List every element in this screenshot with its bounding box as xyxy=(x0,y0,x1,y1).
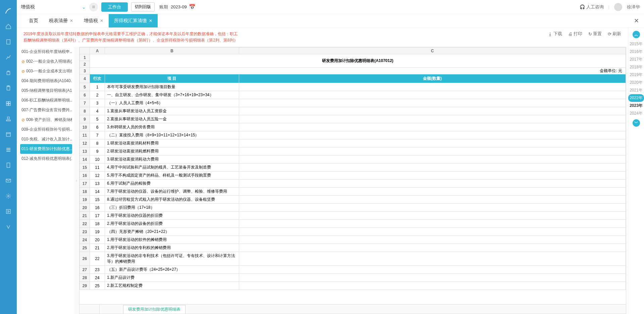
tax-icon[interactable] xyxy=(3,145,13,155)
svg-rect-4 xyxy=(9,102,10,103)
calendar-picker-icon[interactable]: 📅 xyxy=(189,4,196,10)
table-row: 28241.新产品设计费 xyxy=(80,274,626,282)
period-value[interactable]: 2023-09 xyxy=(171,4,187,9)
top-header: 增值税 ⌄ ≡ 工作台 切到旧版 账期 2023-09 📅 🎧 人工咨询 | 徐… xyxy=(17,0,644,14)
tree-item-8[interactable]: 009-企业所得税弥补亏损明... xyxy=(20,125,72,134)
tree-item-11[interactable]: 012-减免所得税优惠明细表(... xyxy=(20,154,72,164)
tree-item-7[interactable]: ⊘008-资产折旧、摊销及纳税... xyxy=(20,115,72,125)
sheet-title: 研发费用加计扣除优惠明细表(A107012) xyxy=(90,54,626,68)
workspace-button[interactable]: 工作台 xyxy=(101,2,128,12)
year-item[interactable]: 2022年 xyxy=(628,94,644,102)
table-row: 2319（四）无形资产摊销（20+21+22） xyxy=(80,228,626,236)
year-item[interactable]: 2016年 xyxy=(628,48,644,56)
table-row: 117（二）直接投入费用（8+9+10+11+12+13+14+15） xyxy=(80,131,626,139)
scroll-down-icon[interactable]: ︾ xyxy=(633,119,640,127)
tab-3[interactable]: 所得税汇算清缴✕ xyxy=(109,14,158,27)
col-header[interactable]: B xyxy=(105,48,239,54)
warning-icon: ⊘ xyxy=(21,59,25,64)
mail-icon[interactable] xyxy=(3,176,13,186)
table-row: 16125.用于不构成固定资产的样品、样机及一般测试手段购置费 xyxy=(80,172,626,180)
tab-2[interactable]: 增值税✕ xyxy=(78,14,109,27)
scroll-up-icon[interactable]: ︽ xyxy=(633,31,640,38)
chart-icon[interactable] xyxy=(3,52,13,62)
v-icon[interactable] xyxy=(3,222,13,232)
notice-text: 2019年度涉及取以前年度结转数据的申报表单元格需要手工维护正确，才能保证本年及… xyxy=(23,31,241,44)
year-item[interactable]: 2018年 xyxy=(628,63,644,71)
play-icon[interactable] xyxy=(3,206,13,216)
collapse-handle[interactable]: ‹ xyxy=(74,47,79,314)
tabs-bar: 首页税表清册✕增值税✕所得税汇算清缴✕ ✕ xyxy=(17,14,644,27)
calendar-icon[interactable] xyxy=(3,129,13,139)
avatar[interactable] xyxy=(614,3,622,11)
old-version-button[interactable]: 切到旧版 xyxy=(131,2,155,11)
table-row: 19158.通过经营租赁方式租入的用于研发活动的仪器、设备租赁费 xyxy=(80,196,626,204)
print-button[interactable]: 🖨 打印 xyxy=(568,31,582,37)
svg-rect-7 xyxy=(6,133,10,136)
svg-rect-3 xyxy=(6,102,8,103)
home-icon[interactable] xyxy=(3,21,13,32)
close-icon[interactable]: ✕ xyxy=(149,18,152,23)
table-row: 1063.外聘研发人员的劳务费用 xyxy=(80,123,626,131)
col-header[interactable]: C xyxy=(239,48,626,54)
close-icon[interactable]: ✕ xyxy=(70,18,73,23)
tree-item-10[interactable]: 011-研发费用加计扣除优惠... xyxy=(20,144,72,154)
tree-item-4[interactable]: 005-纳税调整项目明细表(A1... xyxy=(20,86,72,96)
tree-item-3[interactable]: 004-期间费用明细表(A1040... xyxy=(20,76,72,86)
year-item[interactable]: 2023年 xyxy=(628,102,644,110)
year-item[interactable]: 2021年 xyxy=(628,86,644,94)
table-row: 62一、自主研发、合作研发、集中研发（3+7+16+19+23+34） xyxy=(80,91,626,99)
form-tree-panel: 001-企业所得税年度纳税申...⊘002-一般企业收入明细表(A...⊘003… xyxy=(17,47,74,314)
tree-item-2[interactable]: ⊘003-一般企业成本支出明细... xyxy=(20,66,72,76)
left-sidebar xyxy=(0,0,17,314)
table-row: 21171.用于研发活动的仪器的折旧费 xyxy=(80,212,626,220)
year-item[interactable]: 2020年 xyxy=(628,79,644,86)
tab-1[interactable]: 税表清册✕ xyxy=(44,14,78,27)
table-row: 2016（三）折旧费用（17+18） xyxy=(80,204,626,212)
consult-link[interactable]: 🎧 人工咨询 xyxy=(580,4,604,10)
svg-rect-6 xyxy=(9,104,10,106)
sheet-scroll[interactable]: ABC1研发费用加计扣除优惠明细表(A107012)23金额单位: 元4行次项 … xyxy=(79,47,626,304)
clipboard-icon[interactable] xyxy=(3,83,13,93)
tax-type-label: 增值税 xyxy=(21,4,35,10)
stamp-icon[interactable] xyxy=(3,114,13,124)
username[interactable]: 徐泽华 xyxy=(627,4,640,10)
bag-icon[interactable] xyxy=(3,68,13,78)
refresh-button[interactable]: ⟳ 刷新 xyxy=(608,31,621,37)
close-icon[interactable]: ✕ xyxy=(100,18,103,23)
grid-icon[interactable] xyxy=(3,99,13,109)
year-item[interactable]: 2024年 xyxy=(628,110,644,117)
menu-circle-button[interactable]: ≡ xyxy=(89,3,98,11)
period-label: 账期 xyxy=(159,4,168,10)
svg-point-10 xyxy=(8,195,9,197)
svg-rect-0 xyxy=(7,40,10,44)
col-header[interactable]: A xyxy=(90,48,105,54)
sheet-footer: 研发费用加计扣除优惠明细表 xyxy=(79,304,626,314)
tree-item-0[interactable]: 001-企业所得税年度纳税申... xyxy=(20,47,72,57)
receipt-icon[interactable] xyxy=(3,160,13,170)
chevron-down-icon: ⌄ xyxy=(82,4,86,10)
table-row: 26223.用于研发活动的非专利技术（包括许可证、专有技术、设计和计算方法等）的… xyxy=(80,252,626,266)
tree-item-5[interactable]: 006-职工薪酬纳税调整明细... xyxy=(20,96,72,105)
year-item[interactable]: 2017年 xyxy=(628,56,644,63)
close-all-tabs-icon[interactable]: ✕ xyxy=(634,17,639,24)
warning-icon: ⊘ xyxy=(21,69,25,74)
table-row: 841.直接从事研发活动人员工资薪金 xyxy=(80,107,626,115)
year-item[interactable]: 2019年 xyxy=(628,71,644,79)
tree-item-6[interactable]: 007-广告费和业务宣传费跨... xyxy=(20,105,72,115)
table-row: 51本年可享受研发费用加计扣除项目数量 xyxy=(80,83,626,91)
tax-type-dropdown[interactable]: 增值税 ⌄ xyxy=(21,4,86,10)
tree-item-1[interactable]: ⊘002-一般企业收入明细表(A... xyxy=(20,57,72,66)
logo-icon[interactable] xyxy=(3,6,13,16)
svg-rect-8 xyxy=(7,163,10,168)
tab-0[interactable]: 首页 xyxy=(23,14,44,27)
reset-button[interactable]: ↻ 重置 xyxy=(588,31,602,37)
gear-icon[interactable] xyxy=(3,191,13,201)
tree-item-9[interactable]: 010-免税、减计收入及加计... xyxy=(20,134,72,144)
table-row: 1281.研发活动直接消耗材料费用 xyxy=(80,139,626,147)
sheet-tab[interactable]: 研发费用加计扣除优惠明细表 xyxy=(123,305,185,314)
year-item[interactable]: 2015年 xyxy=(628,40,644,48)
table-row: 18147.用于研发活动的仪器、设备的运行维护、调整、检验、维修等费用 xyxy=(80,188,626,196)
download-button[interactable]: ⭳ 下载 xyxy=(548,31,562,37)
doc-icon[interactable] xyxy=(3,37,13,47)
table-row: 14103.研发活动直接消耗动力费用 xyxy=(80,155,626,164)
